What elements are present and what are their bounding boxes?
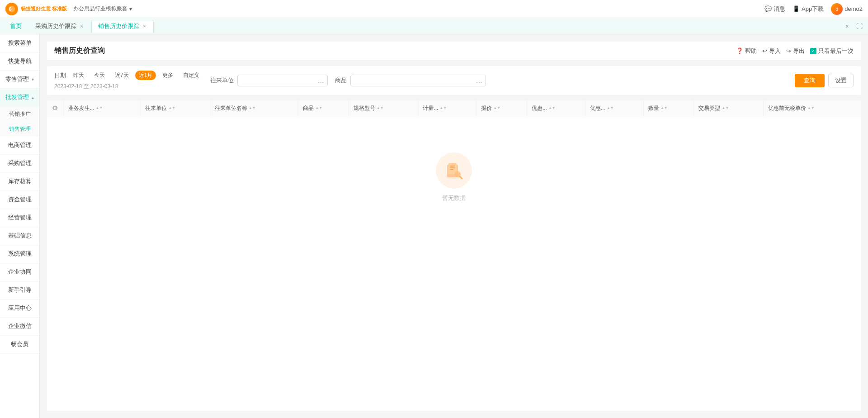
product-select-icon[interactable]: ... [476,76,482,85]
sidebar-item-app-center[interactable]: 应用中心 [0,299,39,318]
app-download-btn[interactable]: 📱 App下载 [793,5,824,13]
empty-state: 暂无数据 [47,116,861,238]
tab-home[interactable]: 首页 [4,20,28,33]
tab-purchase-history[interactable]: 采购历史价跟踪 × [29,20,90,33]
tab-purchase-history-close[interactable]: × [79,23,84,29]
only-last-label: 只看最后一次 [818,47,854,55]
import-label: 导入 [769,47,781,55]
product-input-wrap[interactable]: ... [350,75,486,86]
export-label: 导出 [793,47,805,55]
th-trade-type[interactable]: 交易类型 ▲▼ [694,100,763,116]
app-selector[interactable]: 办公用品行业模拟账套 ▾ [71,4,135,14]
sort-icon-5: ▲▼ [377,106,384,110]
tab-sales-history-label: 销售历史价跟踪 [98,22,139,30]
date-chip-more[interactable]: 更多 [159,71,177,80]
sidebar-item-inventory[interactable]: 库存核算 [0,173,39,191]
close-tab-action[interactable]: × [844,22,851,31]
sidebar-item-retail-mgmt[interactable]: 零售管理 ▾ [0,71,39,89]
user-menu[interactable]: d demo2 [831,3,863,15]
sidebar-item-purchase[interactable]: 采购管理 [0,155,39,173]
sidebar-item-ecommerce[interactable]: 电商管理 [0,137,39,155]
th-spec-sort[interactable]: 规格型号 ▲▼ [354,104,413,112]
th-unit-sort[interactable]: 计量... ▲▼ [423,104,472,112]
fullscreen-action[interactable]: ⛶ [854,22,864,31]
sidebar-item-system[interactable]: 系统管理 [0,245,39,263]
date-chip-yesterday[interactable]: 昨天 [70,71,88,80]
import-btn[interactable]: ↩ 导入 [762,47,781,55]
sidebar-sales-mgmt-label: 销售管理 [9,126,31,132]
tab-sales-history-close[interactable]: × [142,23,147,29]
th-quantity[interactable]: 数量 ▲▼ [643,100,694,116]
gear-icon[interactable]: ⚙ [52,104,58,112]
sidebar-item-quick-nav[interactable]: 快捷导航 [0,52,39,71]
sidebar-item-newcomer[interactable]: 新手引导 [0,281,39,299]
date-chip-7days[interactable]: 近7天 [111,71,132,80]
th-discount2[interactable]: 优惠... ▲▼ [585,100,643,116]
th-spec[interactable]: 规格型号 ▲▼ [349,100,418,116]
th-partner-name-sort[interactable]: 往来单位名称 ▲▼ [215,104,293,112]
th-biz-date[interactable]: 业务发生... ▲▼ [63,100,141,116]
th-quantity-label: 数量 [648,104,659,112]
date-label: 日期 [54,71,66,80]
only-last-checkbox[interactable]: ✓ 只看最后一次 [810,47,854,55]
sort-icon-10: ▲▼ [660,106,668,110]
tab-sales-history[interactable]: 销售历史价跟踪 × [91,20,154,33]
sidebar-item-finance[interactable]: 资金管理 [0,191,39,209]
th-discount1-label: 优惠... [532,104,547,112]
th-quote[interactable]: 报价 ▲▼ [476,100,527,116]
th-quantity-sort[interactable]: 数量 ▲▼ [648,104,689,112]
date-range-text: 2023-02-18 至 2023-03-18 [54,83,203,90]
logo-icon: 6 [5,3,18,15]
export-icon: ↪ [786,48,791,54]
username-label: demo2 [844,5,863,12]
sidebar-item-marketing[interactable]: 营销推广 [0,107,39,122]
sidebar-item-search-menu[interactable]: 搜索菜单 [0,34,39,52]
date-chip-1month[interactable]: 近1月 [135,71,156,80]
sidebar-item-wholesale-mgmt[interactable]: 批发管理 ▴ [0,89,39,107]
th-quote-sort[interactable]: 报价 ▲▼ [481,104,522,112]
th-discount1-sort[interactable]: 优惠... ▲▼ [532,104,580,112]
th-partner-code[interactable]: 往来单位 ▲▼ [141,100,210,116]
sidebar-sub-wholesale: 营销推广 销售管理 [0,107,39,137]
message-btn[interactable]: 💬 消息 [764,5,785,13]
th-pre-tax-price-sort[interactable]: 优惠前无税单价 ▲▼ [768,104,856,112]
help-btn[interactable]: ❓ 帮助 [736,47,757,55]
page-header: 销售历史价查询 ❓ 帮助 ↩ 导入 ↪ 导出 ✓ 只看最后一次 [47,42,861,61]
date-chips: 昨天 今天 近7天 近1月 更多 自定义 [70,71,203,80]
product-input[interactable] [354,77,476,84]
settings-button[interactable]: 设置 [828,74,854,87]
th-partner-code-sort[interactable]: 往来单位 ▲▼ [145,104,205,112]
sidebar-item-sales-mgmt[interactable]: 销售管理 [0,122,39,137]
th-discount1[interactable]: 优惠... ▲▼ [527,100,585,116]
th-product-sort[interactable]: 商品 ▲▼ [303,104,344,112]
th-product[interactable]: 商品 ▲▼ [298,100,349,116]
sort-icon-2: ▲▼ [168,106,175,110]
sidebar-item-enterprise-wechat[interactable]: 企业微信 [0,318,39,336]
sidebar-enterprise-wechat-label: 企业微信 [8,322,32,330]
sort-icon-4: ▲▼ [315,106,322,110]
th-discount2-sort[interactable]: 优惠... ▲▼ [590,104,639,112]
sort-icon-8: ▲▼ [548,106,556,110]
product-label: 商品 [335,76,347,85]
export-btn[interactable]: ↪ 导出 [786,47,805,55]
sidebar-item-member[interactable]: 畅会员 [0,336,39,354]
th-biz-date-sort[interactable]: 业务发生... ▲▼ [68,104,136,112]
empty-svg-icon [443,159,465,182]
sidebar-item-basic-info[interactable]: 基础信息 [0,227,39,245]
date-chip-custom[interactable]: 自定义 [179,71,203,80]
page-title: 销售历史价查询 [54,46,105,56]
sidebar-ecommerce-label: 电商管理 [8,141,32,149]
th-pre-tax-price[interactable]: 优惠前无税单价 ▲▼ [763,100,861,116]
partner-input[interactable] [241,77,318,84]
sidebar-item-operations[interactable]: 经营管理 [0,209,39,227]
th-product-label: 商品 [303,104,314,112]
th-unit[interactable]: 计量... ▲▼ [418,100,476,116]
th-partner-name[interactable]: 往来单位名称 ▲▼ [210,100,298,116]
th-biz-date-label: 业务发生... [68,104,94,112]
partner-input-wrap[interactable]: ... [237,75,328,86]
date-chip-today[interactable]: 今天 [90,71,108,80]
sidebar-item-enterprise[interactable]: 企业协同 [0,263,39,281]
query-button[interactable]: 查询 [795,74,825,87]
partner-select-icon[interactable]: ... [318,76,324,85]
th-trade-type-sort[interactable]: 交易类型 ▲▼ [698,104,758,112]
